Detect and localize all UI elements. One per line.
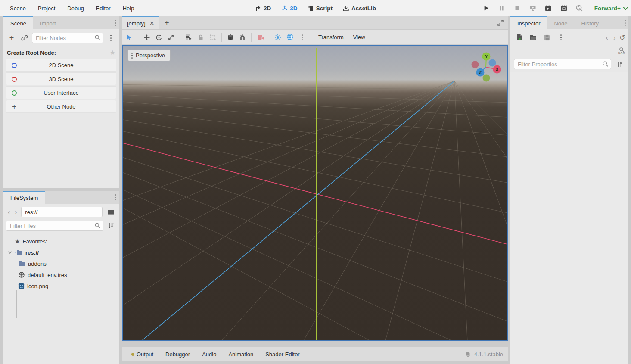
gizmo-neg-y-ball <box>483 75 490 82</box>
tab-import[interactable]: Import <box>33 16 63 29</box>
preview-camera-button[interactable] <box>255 32 266 43</box>
filter-files-input[interactable] <box>6 221 103 231</box>
path-input[interactable] <box>21 207 103 217</box>
transform-menu[interactable]: Transform <box>314 32 348 42</box>
preview-environment-button[interactable] <box>284 32 295 43</box>
root-option-3d-scene[interactable]: 3D Scene <box>6 72 116 85</box>
tab-history[interactable]: History <box>575 16 606 29</box>
version-label: 4.1.1.stable <box>474 351 503 358</box>
scale-mode-button[interactable] <box>165 32 177 43</box>
resource-options-button[interactable] <box>555 32 566 43</box>
tab-node[interactable]: Node <box>547 16 574 29</box>
sort-files-button[interactable] <box>105 221 116 231</box>
workspace-3d[interactable]: 3D <box>281 5 297 12</box>
tab-filesystem[interactable]: FileSystem <box>3 191 45 204</box>
root-option-2d-scene[interactable]: 2D Scene <box>6 59 116 72</box>
local-space-button[interactable] <box>225 32 236 43</box>
axis-gizmo[interactable]: Y X Z <box>457 47 505 87</box>
tab-inspector[interactable]: Inspector <box>510 16 547 29</box>
split-view-button[interactable] <box>105 207 116 217</box>
play-button[interactable] <box>482 3 491 13</box>
bottom-tab-debugger[interactable]: Debugger <box>161 349 194 359</box>
viewport-options-button[interactable] <box>296 32 308 43</box>
remote-debug-button[interactable] <box>528 3 538 13</box>
menu-project[interactable]: Project <box>33 3 60 13</box>
workspace-script[interactable]: Script <box>308 5 333 12</box>
menu-editor[interactable]: Editor <box>91 3 115 13</box>
root-option-user-interface[interactable]: User Interface <box>6 86 116 99</box>
view-menu[interactable]: View <box>349 32 370 42</box>
play-custom-scene-icon <box>560 5 567 12</box>
play-scene-button[interactable] <box>544 3 553 13</box>
favorites-row: ★ Favorites: <box>3 236 119 247</box>
select-mode-button[interactable] <box>124 32 135 43</box>
lock-button[interactable] <box>195 32 206 43</box>
menu-debug[interactable]: Debug <box>62 3 88 13</box>
list-select-button[interactable] <box>183 32 194 43</box>
menu-help[interactable]: Help <box>118 3 139 13</box>
scene-dock-menu-button[interactable] <box>115 16 119 29</box>
rotate-mode-button[interactable] <box>153 32 165 43</box>
stop-icon <box>515 6 520 11</box>
bottom-tab-audio[interactable]: Audio <box>198 349 221 359</box>
bottom-tab-shader-editor[interactable]: Shader Editor <box>261 349 304 359</box>
move-icon <box>143 34 150 41</box>
new-resource-button[interactable] <box>514 32 525 43</box>
stop-button[interactable] <box>513 3 522 13</box>
instance-scene-button[interactable] <box>19 33 30 43</box>
menu-scene[interactable]: Scene <box>5 3 31 13</box>
viewport-3d[interactable]: Perspective Y X Z <box>122 45 508 341</box>
group-button[interactable] <box>207 32 218 43</box>
rotate-icon <box>155 34 162 41</box>
svg-text:X: X <box>496 67 499 72</box>
save-resource-button[interactable] <box>541 32 553 43</box>
tune-sliders-icon <box>616 61 623 68</box>
workspace-2d[interactable]: 2D <box>255 5 271 12</box>
filter-nodes-input[interactable] <box>32 33 103 43</box>
add-node-button[interactable]: + <box>6 33 17 43</box>
expand-viewport-button[interactable] <box>497 16 508 29</box>
nav-forward-button[interactable]: › <box>13 208 19 216</box>
root-option-other-node[interactable]: + Other Node <box>6 100 116 113</box>
pause-button[interactable] <box>497 3 507 13</box>
notification-bell-icon[interactable] <box>465 351 471 358</box>
tree-item-icon-png[interactable]: icon.png <box>3 280 119 292</box>
scene-tree-menu-button[interactable] <box>105 33 116 43</box>
history-back-button[interactable]: ‹ <box>604 34 610 41</box>
nav-back-button[interactable]: ‹ <box>6 208 12 216</box>
renderer-dropdown[interactable]: Forward+ <box>594 5 627 12</box>
play-custom-scene-button[interactable] <box>559 3 569 13</box>
search-icon <box>602 61 609 67</box>
playback-controls: Forward+ <box>482 0 627 16</box>
tree-item-default-env[interactable]: default_env.tres <box>3 269 119 280</box>
move-mode-button[interactable] <box>141 32 152 43</box>
scene-dock-tabs: Scene Import <box>3 16 119 29</box>
open-docs-button[interactable]: DOC <box>618 47 625 55</box>
play-scene-icon <box>545 5 552 12</box>
select-cursor-icon <box>126 34 133 41</box>
history-forward-button[interactable]: › <box>612 34 618 41</box>
new-scene-tab-button[interactable]: + <box>159 16 174 29</box>
preview-sun-button[interactable] <box>272 32 283 43</box>
filter-properties-input[interactable] <box>514 59 611 69</box>
favorite-star-icon[interactable]: ★ <box>110 49 115 56</box>
tab-scene[interactable]: Scene <box>3 16 33 29</box>
tree-item-addons[interactable]: addons <box>3 258 119 269</box>
snap-button[interactable] <box>237 32 248 43</box>
property-tools-button[interactable] <box>614 59 625 69</box>
filesystem-dock-menu-button[interactable] <box>115 191 119 204</box>
scene-tab-empty[interactable]: [empty] ✕ <box>122 16 159 29</box>
tree-item-res[interactable]: res:// <box>3 247 119 258</box>
2d-icon <box>255 5 261 12</box>
bottom-tab-output[interactable]: Output <box>127 349 158 359</box>
movie-maker-icon <box>576 5 583 12</box>
collapse-arrow-icon[interactable] <box>8 250 12 255</box>
inspector-dock-menu-button[interactable] <box>625 16 628 29</box>
object-history-icon[interactable]: ↻ <box>619 34 625 42</box>
bottom-tab-animation[interactable]: Animation <box>224 349 258 359</box>
workspace-assetlib[interactable]: AssetLib <box>343 5 376 12</box>
perspective-button[interactable]: Perspective <box>128 50 170 61</box>
close-icon[interactable]: ✕ <box>149 20 155 27</box>
load-resource-button[interactable] <box>528 32 539 43</box>
movie-maker-button[interactable] <box>575 3 584 13</box>
